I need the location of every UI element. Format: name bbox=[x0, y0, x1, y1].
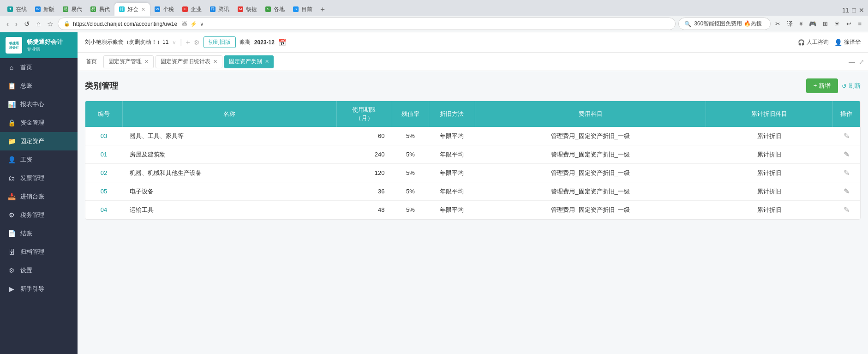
refresh-icon: ↺ bbox=[842, 83, 847, 90]
topbar-plus[interactable]: + bbox=[186, 38, 190, 47]
sidebar-item-report[interactable]: 📊 报表中心 bbox=[0, 95, 78, 114]
sidebar-item-tax[interactable]: ⚙ 税务管理 bbox=[0, 206, 78, 224]
browser-tab-yidai1[interactable]: 易 易代 bbox=[59, 3, 86, 16]
archive-icon: 🗄 bbox=[7, 248, 16, 256]
tab-category-close[interactable]: ✕ bbox=[265, 59, 269, 65]
fund-icon: 🔒 bbox=[7, 119, 16, 126]
browser-tab-changjie[interactable]: M 畅捷 bbox=[234, 3, 261, 16]
tab-category[interactable]: 固定资产类别 ✕ bbox=[224, 55, 274, 68]
tab-depreciation[interactable]: 固定资产折旧统计表 ✕ bbox=[156, 55, 222, 68]
refresh-btn[interactable]: ↺ 刷新 bbox=[842, 82, 861, 90]
browser-tab-online[interactable]: ✦ 在线 bbox=[4, 3, 30, 16]
row-months: 60 bbox=[336, 127, 392, 145]
table-row: 01 房屋及建筑物 240 5% 年限平均 管理费用_固定资产折旧_一级 累计折… bbox=[85, 145, 860, 164]
tab-fixed-asset-mgmt[interactable]: 固定资产管理 ✕ bbox=[103, 55, 154, 68]
edit-btn[interactable]: ✎ bbox=[844, 205, 850, 214]
sidebar-item-fixed-asset[interactable]: 📁 固定资产 bbox=[0, 132, 78, 150]
page-header: 类别管理 + 新增 ↺ 刷新 bbox=[85, 78, 861, 93]
grid-icon[interactable]: ⊞ bbox=[821, 19, 830, 28]
tab-fixed-asset-mgmt-close[interactable]: ✕ bbox=[144, 59, 149, 65]
row-code: 02 bbox=[85, 164, 122, 182]
row-action: ✎ bbox=[832, 164, 860, 182]
tab-depreciation-close[interactable]: ✕ bbox=[213, 59, 217, 65]
browser-tab-muqian[interactable]: S 目前 bbox=[289, 3, 316, 16]
address-bar[interactable]: 🔒 https://cloud.chanjet.com/accounting/u… bbox=[58, 18, 676, 30]
col-header-action: 操作 bbox=[832, 101, 860, 127]
add-btn[interactable]: + 新增 bbox=[806, 78, 838, 93]
nav-refresh[interactable]: ↺ bbox=[22, 19, 32, 29]
sidebar-item-archive[interactable]: 🗄 归档管理 bbox=[0, 243, 78, 261]
row-code: 01 bbox=[85, 145, 122, 164]
browser-tab-tax[interactable]: W 个税 bbox=[151, 3, 178, 16]
switch-version-btn[interactable]: 切到旧版 bbox=[204, 36, 236, 48]
sidebar-item-checkout[interactable]: 📄 结账 bbox=[0, 224, 78, 243]
row-method: 年限平均 bbox=[429, 182, 475, 201]
window-minimize[interactable]: 11 bbox=[842, 6, 850, 14]
sidebar-item-home[interactable]: ⌂ 首页 bbox=[0, 58, 78, 77]
nav-bookmark[interactable]: ☆ bbox=[45, 19, 55, 29]
game-icon[interactable]: 🎮 bbox=[807, 19, 818, 28]
sidebar-item-ledger[interactable]: 📋 总账 bbox=[0, 77, 78, 95]
sidebar-item-guide[interactable]: ▶ 新手引导 bbox=[0, 280, 78, 298]
row-accum: 累计折旧 bbox=[706, 182, 832, 201]
row-action: ✎ bbox=[832, 182, 860, 201]
edit-btn[interactable]: ✎ bbox=[844, 150, 850, 159]
sidebar-item-settings[interactable]: ⚙ 设置 bbox=[0, 261, 78, 280]
sidebar-item-fund[interactable]: 🔒 资金管理 bbox=[0, 114, 78, 132]
browser-tab-gedi[interactable]: S 各地 bbox=[262, 3, 288, 16]
menu-icon[interactable]: ≡ bbox=[856, 19, 863, 28]
row-rate: 5% bbox=[392, 164, 429, 182]
sidebar-item-salary[interactable]: 👤 工资 bbox=[0, 150, 78, 169]
topbar-settings[interactable]: ⚙ bbox=[194, 39, 200, 46]
calendar-icon[interactable]: 📅 bbox=[278, 39, 286, 46]
nav-home[interactable]: ⌂ bbox=[35, 19, 42, 29]
row-rate: 5% bbox=[392, 145, 429, 164]
row-name: 运输工具 bbox=[122, 201, 336, 219]
translate-icon[interactable]: 译 bbox=[785, 19, 795, 29]
col-header-method: 折旧方法 bbox=[429, 101, 475, 127]
sidebar-menu: ⌂ 首页 📋 总账 📊 报表中心 🔒 资金管理 📁 固定资产 👤 工资 bbox=[0, 58, 78, 354]
col-header-name: 名称 bbox=[122, 101, 336, 127]
row-name: 房屋及建筑物 bbox=[122, 145, 336, 164]
new-tab-btn[interactable]: ＋ bbox=[319, 3, 326, 16]
settings-icon: ⚙ bbox=[7, 267, 16, 274]
scissors-icon[interactable]: ✂ bbox=[773, 19, 782, 28]
coupon-icon[interactable]: ¥ bbox=[797, 19, 804, 28]
report-icon: 📊 bbox=[7, 101, 16, 108]
history-icon[interactable]: ↩ bbox=[844, 19, 853, 28]
tab-bar: 首页 固定资产管理 ✕ 固定资产折旧统计表 ✕ 固定资产类别 ✕ — ⤢ bbox=[78, 53, 868, 71]
browser-tab-yidai2[interactable]: 易 易代 bbox=[87, 3, 114, 16]
row-action: ✎ bbox=[832, 127, 860, 145]
ledger-icon: 📋 bbox=[7, 82, 16, 90]
sidebar-item-invoice[interactable]: 🗂 发票管理 bbox=[0, 169, 78, 187]
home-icon: ⌂ bbox=[7, 64, 16, 71]
tab-area-maximize[interactable]: ⤢ bbox=[859, 58, 864, 66]
brightness-icon[interactable]: ☀ bbox=[832, 19, 842, 28]
window-maximize[interactable]: □ bbox=[852, 6, 856, 14]
col-header-expense: 费用科目 bbox=[475, 101, 706, 127]
col-header-code: 编号 bbox=[85, 101, 122, 127]
edit-btn[interactable]: ✎ bbox=[844, 132, 850, 140]
edit-btn[interactable]: ✎ bbox=[844, 168, 850, 177]
nav-back[interactable]: ‹ bbox=[5, 19, 11, 29]
browser-tab-close[interactable]: ✕ bbox=[141, 6, 145, 12]
browser-tab-new[interactable]: W 新版 bbox=[31, 3, 58, 16]
browser-tab-tencent[interactable]: 腾 腾讯 bbox=[206, 3, 233, 16]
row-code: 03 bbox=[85, 127, 122, 145]
search-box[interactable]: 🔍 360智能抠图免费用 🔥热搜 bbox=[678, 18, 771, 30]
window-close[interactable]: ✕ bbox=[859, 6, 864, 14]
tab-home[interactable]: 首页 bbox=[81, 55, 102, 68]
tab-area-minimize[interactable]: — bbox=[849, 58, 855, 66]
browser-tab-haohui[interactable]: 好 好会 ✕ bbox=[114, 3, 150, 16]
row-months: 36 bbox=[336, 182, 392, 201]
browser-tab-enterprise[interactable]: C 企业 bbox=[179, 3, 205, 16]
service-btn[interactable]: 🎧 人工咨询 bbox=[798, 38, 829, 46]
edit-btn[interactable]: ✎ bbox=[844, 187, 850, 196]
row-accum: 累计折旧 bbox=[706, 164, 832, 182]
sidebar-item-stock[interactable]: 📥 进销台账 bbox=[0, 187, 78, 206]
period-value: 2023-12 bbox=[254, 39, 275, 46]
fixed-asset-icon: 📁 bbox=[7, 138, 16, 145]
user-profile[interactable]: 👤 徐泽华 bbox=[834, 38, 861, 46]
nav-forward[interactable]: › bbox=[13, 19, 19, 29]
row-accum: 累计折旧 bbox=[706, 145, 832, 164]
